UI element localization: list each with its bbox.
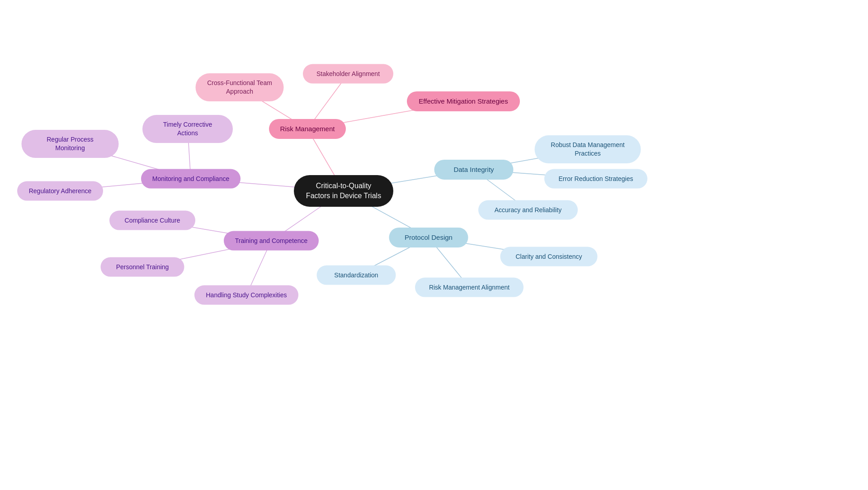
node-monitoring-compliance: Monitoring and Compliance xyxy=(141,169,241,189)
node-error-reduction: Error Reduction Strategies xyxy=(544,169,647,189)
node-protocol-design: Protocol Design xyxy=(389,228,468,247)
node-risk-mgmt-alignment: Risk Management Alignment xyxy=(415,278,524,297)
node-cross-functional: Cross-Functional Team Approach xyxy=(196,73,284,101)
node-timely-corrective: Timely Corrective Actions xyxy=(142,115,233,143)
node-effective-mitigation: Effective Mitigation Strategies xyxy=(407,91,520,111)
node-regular-process: Regular Process Monitoring xyxy=(22,130,119,158)
node-personnel-training: Personnel Training xyxy=(101,257,184,277)
node-accuracy-reliability: Accuracy and Reliability xyxy=(478,200,578,220)
node-clarity-consistency: Clarity and Consistency xyxy=(500,247,598,266)
node-handling-study: Handling Study Complexities xyxy=(194,285,298,305)
node-regulatory-adherence: Regulatory Adherence xyxy=(17,181,103,201)
node-robust-data: Robust Data Management Practices xyxy=(535,135,641,163)
node-compliance-culture: Compliance Culture xyxy=(109,211,195,230)
node-risk-management: Risk Management xyxy=(269,119,346,139)
center-node: Critical-to-Quality Factors in Device Tr… xyxy=(294,175,393,207)
node-stakeholder-alignment: Stakeholder Alignment xyxy=(303,64,393,84)
node-data-integrity: Data Integrity xyxy=(434,160,514,180)
node-standardization: Standardization xyxy=(317,266,396,285)
node-training-competence: Training and Competence xyxy=(224,231,319,251)
mind-map-canvas: Critical-to-Quality Factors in Device Tr… xyxy=(0,0,868,490)
